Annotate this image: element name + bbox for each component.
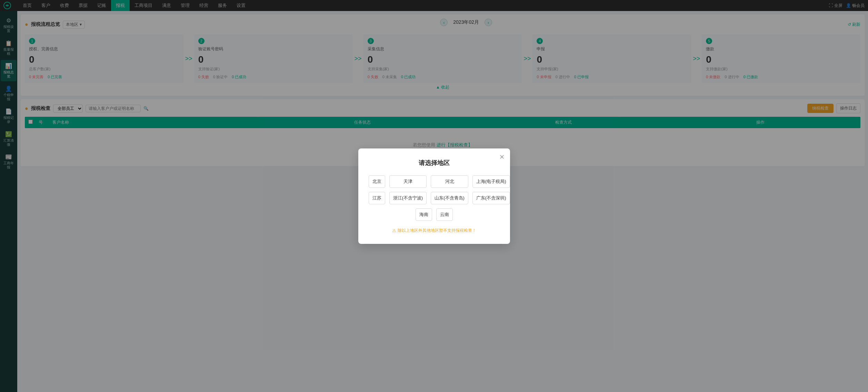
modal-close-btn[interactable]: ✕ — [499, 153, 505, 161]
region-btn-hebei[interactable]: 河北 — [431, 175, 468, 188]
modal-title: 请选择地区 — [369, 159, 500, 167]
region-btn-yunnan[interactable]: 云南 — [436, 208, 453, 221]
modal-overlay[interactable]: ✕ 请选择地区 北京 天津 河北 上海(电子税局) 江苏 浙江(不含宁波) 山东… — [0, 0, 868, 392]
region-btn-tianjin[interactable]: 天津 — [389, 175, 427, 188]
modal-warning: ⚠ 除以上地区外其他地区暂不支持报税检查！ — [369, 228, 500, 234]
modal-warning-text: 除以上地区外其他地区暂不支持报税检查！ — [398, 228, 476, 234]
region-btn-shanghai[interactable]: 上海(电子税局) — [472, 175, 510, 188]
region-grid-2: 海南 云南 — [369, 208, 500, 221]
region-grid: 北京 天津 河北 上海(电子税局) 江苏 浙江(不含宁波) 山东(不含青岛) 广… — [369, 175, 500, 204]
region-btn-guangdong[interactable]: 广东(不含深圳) — [472, 192, 510, 204]
region-btn-shandong[interactable]: 山东(不含青岛) — [431, 192, 468, 204]
region-btn-beijing[interactable]: 北京 — [369, 175, 385, 188]
region-select-modal: ✕ 请选择地区 北京 天津 河北 上海(电子税局) 江苏 浙江(不含宁波) 山东… — [358, 148, 510, 244]
region-btn-hainan[interactable]: 海南 — [416, 208, 432, 221]
warning-icon: ⚠ — [392, 228, 396, 233]
region-btn-zhejiang[interactable]: 浙江(不含宁波) — [389, 192, 427, 204]
region-btn-jiangsu[interactable]: 江苏 — [369, 192, 385, 204]
